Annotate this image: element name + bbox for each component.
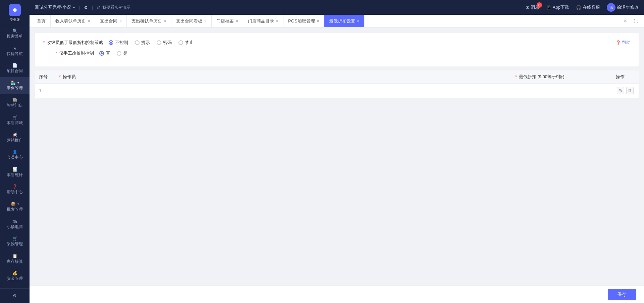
- smart-store-icon: 🏬: [12, 98, 17, 102]
- cell-no: 1: [35, 84, 55, 98]
- save-button[interactable]: 保存: [608, 289, 636, 300]
- tab-payment-contract[interactable]: 支出合同 ×: [95, 15, 127, 28]
- manual-label: * 仅手工改价时控制: [43, 50, 97, 56]
- radio-remind[interactable]: 提示: [135, 40, 150, 46]
- project-name: 测试分开完程·小况: [35, 4, 71, 10]
- online-support-btn[interactable]: 🎧 在线客服: [576, 4, 600, 10]
- tab-store-archive[interactable]: 门店档案 ×: [212, 15, 243, 28]
- tab-close-icon[interactable]: ×: [204, 19, 207, 23]
- radio-password[interactable]: 密码: [157, 40, 172, 46]
- help-icon: ❓: [615, 40, 621, 45]
- sidebar-nav: 🔍 搜索菜单 ★ 快捷导航 📄 项目合同 🏪 ▾ 零售管理 🏬 智慧门店: [0, 25, 30, 288]
- required-mark: *: [55, 51, 57, 56]
- tab-close-icon[interactable]: ×: [119, 19, 122, 23]
- help-link[interactable]: ❓ 帮助: [615, 40, 631, 46]
- required-mark: *: [43, 40, 45, 45]
- app-download-btn[interactable]: 📱 App下载: [546, 4, 569, 10]
- radio-no-control[interactable]: 不控制: [109, 40, 128, 46]
- tab-bar: 首页 收入确认单历史 × 支出合同 × 支出确认单历史 × 支出合同看板 × 门…: [30, 15, 644, 28]
- tab-pos-password[interactable]: POS加密管理 ×: [283, 15, 324, 28]
- sidebar-item-label: 搜索菜单: [7, 34, 23, 39]
- user-avatar: 徐: [607, 3, 615, 12]
- tab-close-icon[interactable]: ×: [317, 19, 319, 23]
- tabbar-end: ✕ ⛶: [621, 17, 641, 25]
- sidebar-item-label: 营销推广: [7, 138, 23, 143]
- sidebar-item-accounting[interactable]: 📒 总账管理: [0, 285, 30, 288]
- cell-operator: [55, 84, 511, 98]
- edit-icon: ✎: [619, 88, 622, 93]
- help-text: 帮助: [622, 40, 631, 46]
- sidebar-item-marketing[interactable]: 📢 营销推广: [0, 129, 30, 147]
- sidebar-item-label: 零售统计: [7, 172, 23, 178]
- sidebar-item-search[interactable]: 🔍 搜索菜单: [0, 25, 30, 43]
- strategy-form-row: * 收银员低于最低折扣控制策略 不控制 提示 密码: [43, 40, 631, 46]
- message-btn[interactable]: ✉ 消息 8: [526, 4, 539, 10]
- tab-home[interactable]: 首页: [32, 15, 51, 28]
- sidebar-item-project-contract[interactable]: 📄 项目合同: [0, 60, 30, 77]
- tab-label: 支出合同: [100, 18, 117, 24]
- topbar: 测试分开完程·小况 ▾ | ⚙ | ◎ 我要看实例演示 ✉ 消息 8 📱 App…: [30, 0, 644, 15]
- sidebar-item-help-center[interactable]: ❓ 帮助中心: [0, 181, 30, 198]
- tab-close-icon[interactable]: ×: [164, 19, 166, 23]
- delete-btn[interactable]: 🗑: [626, 87, 634, 94]
- dropdown-arrow-icon: ▾: [73, 6, 75, 9]
- sidebar-item-online-mall[interactable]: 🛒 零售商城: [0, 112, 30, 129]
- trash-icon: 🗑: [628, 88, 632, 93]
- cart-icon: 🛒: [12, 115, 17, 120]
- tab-close-icon[interactable]: ×: [276, 19, 278, 23]
- tab-close-icon[interactable]: ×: [357, 19, 360, 23]
- project-selector[interactable]: 测试分开完程·小况 ▾: [35, 4, 75, 10]
- manual-form-row: * 仅手工改价时控制 否 是: [43, 50, 631, 56]
- tab-label: 支出确认单历史: [131, 18, 162, 24]
- page-content: * 收银员低于最低折扣控制策略 不控制 提示 密码: [30, 28, 644, 286]
- demo-btn[interactable]: ◎ 我要看实例演示: [97, 5, 130, 10]
- app-download-label: App下载: [553, 4, 569, 10]
- tab-label: 门店档案: [216, 18, 234, 24]
- sidebar-item-label: 库存核算: [7, 259, 23, 264]
- sidebar-item-shortcut[interactable]: ★ 快捷导航: [0, 43, 30, 60]
- radio-no[interactable]: 否: [99, 50, 110, 56]
- strategy-label-text: 收银员低于最低折扣控制策略: [47, 40, 103, 45]
- tab-payment-confirm[interactable]: 支出确认单历史 ×: [127, 15, 171, 28]
- tab-min-discount[interactable]: 最低折扣设置 ×: [324, 15, 365, 28]
- sidebar-settings[interactable]: ⚙: [0, 288, 30, 303]
- user-menu[interactable]: 徐 徐泽华修改: [607, 3, 639, 12]
- tab-close-icon[interactable]: ×: [236, 19, 238, 23]
- sidebar-item-retail-management[interactable]: 🏪 ▾ 零售管理: [0, 77, 30, 95]
- sidebar-item-member[interactable]: 👤 会员中心: [0, 146, 30, 164]
- radio-label: 是: [123, 50, 127, 56]
- tab-expand-btn[interactable]: ⛶: [632, 17, 640, 25]
- sidebar-item-label: 资金管理: [7, 276, 23, 282]
- help-icon: ❓: [12, 184, 17, 189]
- radio-yes[interactable]: 是: [117, 50, 127, 56]
- svg-point-0: [13, 9, 16, 11]
- demo-text: 我要看实例演示: [102, 5, 130, 10]
- sidebar-item-wholesale[interactable]: 📦 ▾ 批发管理: [0, 198, 30, 216]
- manual-radio-group: 否 是: [99, 50, 127, 56]
- tab-income-confirm[interactable]: 收入确认单历史 ×: [51, 15, 95, 28]
- edit-btn[interactable]: ✎: [617, 87, 624, 94]
- sidebar-item-ecommerce[interactable]: 🛍 小畅电商: [0, 216, 30, 233]
- store-icon: 🏪: [11, 81, 16, 85]
- sidebar-item-purchase[interactable]: 🛒 采购管理: [0, 233, 30, 250]
- form-card: * 收银员低于最低折扣控制策略 不控制 提示 密码: [35, 33, 639, 66]
- th-operator: * 操作员: [55, 70, 511, 84]
- settings-icon: ⚙: [13, 293, 17, 298]
- sidebar-item-label: 零售商城: [7, 120, 23, 126]
- tab-payment-board[interactable]: 支出合同看板 ×: [171, 15, 212, 28]
- radio-circle-checked: [99, 51, 104, 56]
- sidebar-item-retail-stats[interactable]: 📊 零售统计: [0, 164, 30, 181]
- tab-store-product[interactable]: 门店商品目录 ×: [243, 15, 283, 28]
- sidebar-item-inventory[interactable]: 📋 库存核算: [0, 250, 30, 268]
- settings-btn[interactable]: ⚙: [84, 5, 88, 10]
- sidebar-item-finance[interactable]: 💰 资金管理: [0, 267, 30, 285]
- tab-close-all-btn[interactable]: ✕: [621, 17, 629, 25]
- radio-forbid[interactable]: 禁止: [178, 40, 194, 46]
- topbar-left: 测试分开完程·小况 ▾ | ⚙ | ◎ 我要看实例演示: [35, 4, 130, 10]
- sidebar: 专业版 🔍 搜索菜单 ★ 快捷导航 📄 项目合同 🏪 ▾ 零售管理 🏬: [0, 0, 30, 303]
- topbar-right: ✉ 消息 8 📱 App下载 🎧 在线客服 徐 徐泽华修改: [526, 3, 639, 12]
- marketing-icon: 📢: [12, 133, 17, 137]
- chevron-down-icon: ▾: [17, 81, 19, 85]
- tab-close-icon[interactable]: ×: [88, 19, 90, 23]
- sidebar-item-smart-store[interactable]: 🏬 智慧门店: [0, 94, 30, 112]
